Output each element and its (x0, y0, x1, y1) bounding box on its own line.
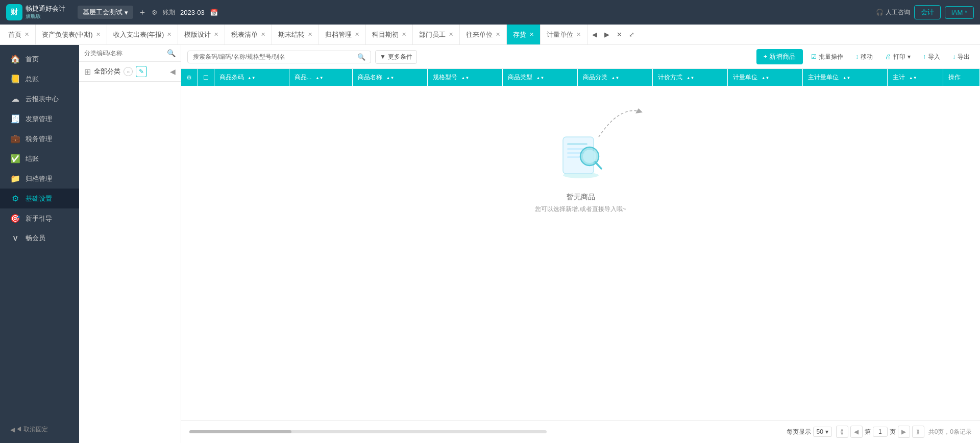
add-tab-btn[interactable]: ＋ (138, 7, 146, 18)
col-category[interactable]: 商品分类 ▲▼ (578, 69, 653, 86)
headset-icon: 🎧 (876, 9, 884, 16)
support-button[interactable]: 🎧 人工咨询 (876, 8, 910, 17)
tab-unit[interactable]: 计量单位 ✕ (541, 25, 587, 45)
sidebar-item-settings[interactable]: ⚙ 基础设置 (0, 189, 79, 208)
page-unit: 页 (890, 428, 896, 436)
col-spec[interactable]: 规格型号 ▲▼ (428, 69, 503, 86)
table-checkbox-col[interactable]: ☐ (198, 69, 214, 86)
col-code[interactable]: 商品... ▲▼ (289, 69, 353, 86)
calendar-icon[interactable]: 📅 (210, 9, 218, 16)
sidebar-item-archive[interactable]: 📁 归档管理 (0, 169, 79, 189)
tab-close-icon[interactable]: ✕ (529, 31, 534, 38)
col-name[interactable]: 商品名称 ▲▼ (353, 69, 428, 86)
account-button[interactable]: 会计 (914, 5, 941, 19)
tab-archive[interactable]: 归档管理 ✕ (319, 25, 366, 45)
settings-icon[interactable]: ⚙ (152, 9, 158, 16)
next-page-btn[interactable]: ▶ (898, 426, 910, 438)
add-product-btn[interactable]: + 新增商品 (756, 49, 803, 64)
page-size-dropdown[interactable]: 50 ▾ (813, 427, 832, 437)
tab-close-icon[interactable]: ✕ (167, 31, 172, 38)
tab-close-icon[interactable]: ✕ (576, 31, 581, 38)
col-type[interactable]: 商品类型 ▲▼ (503, 69, 578, 86)
category-search-icon[interactable]: 🔍 (167, 49, 176, 57)
tab-close-icon[interactable]: ✕ (308, 31, 312, 38)
tab-subject[interactable]: 科目期初 ✕ (366, 25, 413, 45)
tab-close-icon[interactable]: ✕ (261, 31, 265, 38)
category-collapse-icon[interactable]: ◀ (170, 67, 176, 76)
export-icon: ↓ (952, 53, 955, 60)
sidebar-item-ledger[interactable]: 📒 总账 (0, 69, 79, 89)
sort-arrows: ▲▼ (843, 76, 851, 80)
iam-badge[interactable]: iAM * (945, 6, 974, 19)
settings-icon: ⚙ (10, 194, 20, 203)
tab-inventory[interactable]: 存货 ✕ (507, 25, 541, 45)
company-selector[interactable]: 基层工会测试 ▾ (78, 6, 133, 19)
col-pricing[interactable]: 计价方式 ▲▼ (653, 69, 728, 86)
tab-template[interactable]: 模版设计 ✕ (178, 25, 225, 45)
tab-label: 资产负债表(中期) (42, 30, 93, 39)
col-main-unit[interactable]: 主计量单位 ▲▼ (803, 69, 888, 86)
sidebar-item-member[interactable]: V 畅会员 (0, 228, 79, 248)
tab-label: 模版设计 (184, 30, 211, 39)
more-filter-btn[interactable]: ▼ 更多条件 (375, 50, 417, 64)
first-page-btn[interactable]: ⟪ (836, 426, 848, 438)
category-search-input[interactable] (84, 50, 167, 57)
product-search-icon[interactable]: 🔍 (357, 53, 365, 61)
sidebar-item-guide[interactable]: 🎯 新手引导 (0, 208, 79, 228)
app-name: 畅捷通好会计 (26, 5, 65, 13)
tab-expand-btn[interactable]: ⤢ (625, 29, 638, 41)
last-page-btn[interactable]: ⟫ (912, 426, 924, 438)
tab-income[interactable]: 收入支出表(年报) ✕ (107, 25, 179, 45)
member-icon: V (10, 235, 20, 242)
tab-customer[interactable]: 往来单位 ✕ (460, 25, 507, 45)
table-settings-col[interactable]: ⚙ (181, 69, 198, 86)
sort-arrows: ▲▼ (762, 76, 770, 80)
tab-label: 部门员工 (419, 30, 446, 39)
sort-arrows: ▲▼ (909, 76, 917, 80)
close-all-tabs-btn[interactable]: ✕ (613, 29, 625, 41)
print-btn[interactable]: 🖨 打印 ▾ (881, 51, 915, 63)
page-number-input[interactable]: 1 (873, 427, 888, 437)
sidebar-item-label: 基础设置 (26, 194, 52, 203)
tab-period[interactable]: 期末结转 ✕ (272, 25, 319, 45)
tab-close-icon[interactable]: ✕ (24, 31, 29, 38)
tab-close-icon[interactable]: ✕ (496, 31, 500, 38)
batch-label: 批量操作 (819, 53, 843, 61)
svg-rect-3 (567, 148, 584, 150)
sidebar-item-settle[interactable]: ✅ 结账 (0, 149, 79, 169)
tab-close-icon[interactable]: ✕ (96, 31, 101, 38)
tab-balance[interactable]: 资产负债表(中期) ✕ (36, 25, 107, 45)
sidebar-item-invoice[interactable]: 🧾 发票管理 (0, 109, 79, 129)
import-btn[interactable]: ↑ 导入 (919, 51, 944, 63)
col-unit[interactable]: 计量单位 ▲▼ (728, 69, 803, 86)
sidebar-pin-toggle[interactable]: ◀ ◀ 取消固定 (0, 420, 79, 439)
content-area: 🔍 ⊞ 全部分类 ○ ✎ ◀ 🔍 (79, 45, 980, 443)
tab-close-icon[interactable]: ✕ (355, 31, 359, 38)
tab-home[interactable]: 首页 ✕ (2, 25, 36, 45)
sidebar-item-home[interactable]: 🏠 首页 (0, 49, 79, 69)
tab-prev-btn[interactable]: ◀ (589, 29, 601, 41)
empty-title: 暂无商品 (567, 193, 595, 202)
tab-close-icon[interactable]: ✕ (402, 31, 406, 38)
move-label: 移动 (861, 53, 873, 61)
tab-next-btn[interactable]: ▶ (601, 29, 613, 41)
pin-label: ◀ 取消固定 (16, 425, 48, 434)
page-navigation: ⟪ ◀ 第 1 页 ▶ ⟫ (836, 426, 924, 438)
tab-dept[interactable]: 部门员工 ✕ (413, 25, 460, 45)
tab-close-icon[interactable]: ✕ (449, 31, 453, 38)
sidebar-item-tax[interactable]: 💼 税务管理 (0, 129, 79, 149)
move-btn[interactable]: ↕ 移动 (851, 51, 877, 63)
tab-label: 期末结转 (278, 30, 305, 39)
col-barcode[interactable]: 商品条码 ▲▼ (214, 69, 289, 86)
tab-tax[interactable]: 税表清单 ✕ (225, 25, 272, 45)
tab-close-icon[interactable]: ✕ (214, 31, 218, 38)
batch-operation-btn[interactable]: ☑ 批量操作 (807, 51, 847, 63)
category-edit-btn[interactable]: ✎ (136, 66, 147, 77)
main-layout: 🏠 首页 📒 总账 ☁ 云报表中心 🧾 发票管理 💼 税务管理 ✅ 结账 📁 归… (0, 45, 980, 443)
export-btn[interactable]: ↓ 导出 (948, 51, 974, 63)
top-bar: 财 畅捷通好会计 旗舰版 基层工会测试 ▾ ＋ ⚙ 账期 2023-03 📅 🎧… (0, 0, 980, 25)
sidebar-item-cloud[interactable]: ☁ 云报表中心 (0, 89, 79, 109)
col-main-calc[interactable]: 主计 ▲▼ (888, 69, 943, 86)
product-search-input[interactable] (193, 53, 354, 60)
prev-page-btn[interactable]: ◀ (850, 426, 863, 438)
